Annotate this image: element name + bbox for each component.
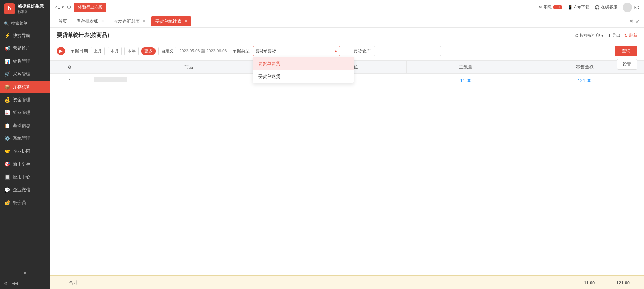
sidebar-item-label-operations: 经营管理: [13, 110, 30, 116]
warehouse-label: 要货仓库: [353, 48, 371, 54]
date-filter-group: 单据日期 上月 本月 本年 更多 自定义 2023-05-06 至 2023-0…: [70, 47, 227, 55]
sidebar-item-guide[interactable]: 🎯新手引导: [0, 158, 50, 171]
date-btn-current[interactable]: 本月: [108, 47, 122, 55]
dropdown-item-order[interactable]: 要货单要货: [253, 57, 354, 70]
top-bar: 41 ▾ ⚙ 体验行业方案 ✉ 消息 99+ 📱 App下载 🎧 在线客服 R: [50, 0, 644, 15]
collapse-icon[interactable]: ◀◀: [12, 281, 18, 286]
sidebar-item-label-system: 系统管理: [13, 135, 30, 141]
sidebar-item-label-marketing: 营销推广: [13, 45, 30, 51]
sidebar-item-finance[interactable]: 💰资金管理: [0, 93, 50, 106]
sidebar-item-wechat[interactable]: 💬企业微信: [0, 183, 50, 196]
sidebar-item-label-guide: 新手引导: [13, 161, 30, 167]
filter-dots[interactable]: ···: [343, 48, 348, 54]
export-icon: ⬇: [607, 33, 611, 38]
user-avatar-btn[interactable]: Rit: [623, 3, 639, 12]
print-btn[interactable]: 🖨 按模板打印 ▾: [574, 32, 603, 38]
export-btn[interactable]: ⬇ 导出: [607, 32, 620, 38]
sidebar-item-inventory[interactable]: 📦库存核算: [0, 81, 50, 93]
date-btn-custom[interactable]: 自定义: [158, 47, 176, 55]
user-name: Rit: [634, 5, 639, 10]
sidebar-item-marketing[interactable]: 📢营销推广: [0, 42, 50, 55]
top-bar-left: 41 ▾ ⚙ 体验行业方案: [55, 3, 106, 12]
row-amount: 121.00: [525, 74, 644, 87]
print-label: 按模板打印: [580, 32, 600, 38]
inventory-icon: 📦: [4, 84, 10, 90]
sidebar-item-label-sales: 销售管理: [13, 58, 30, 64]
online-service-btn[interactable]: 🎧 在线客服: [595, 4, 617, 10]
sidebar-item-app-center[interactable]: 🔲应用中心: [0, 171, 50, 183]
date-btn-up[interactable]: 上月: [91, 47, 105, 55]
sidebar-nav: ⚡快捷导航📢营销推广📊销售管理🛒采购管理📦库存核算💰资金管理📈经营管理📋基础信息…: [0, 29, 50, 270]
store-selector[interactable]: 41 ▾: [55, 5, 64, 10]
tabs-bar: 首页库存批次账✕收发存汇总表✕要货单统计表✕ ✕ ⤢: [50, 15, 644, 28]
warehouse-input[interactable]: [374, 46, 441, 56]
gear-btn[interactable]: ⚙: [67, 4, 71, 10]
tab-home[interactable]: 首页: [54, 16, 71, 26]
tab-order-summary[interactable]: 要货单统计表✕: [151, 16, 191, 26]
table-footer: 合计 11.00 121.00: [50, 275, 644, 289]
tab-label-home: 首页: [58, 18, 67, 24]
sidebar-logo: b 畅捷通好生意 标准版: [0, 0, 50, 18]
type-dropdown: 要货单要货要货单退货: [253, 57, 354, 83]
app-download-btn[interactable]: 📱 App下载: [568, 4, 589, 10]
date-btn-year[interactable]: 本年: [124, 47, 139, 55]
purchase-icon: 🛒: [4, 71, 10, 77]
sidebar-scroll-down[interactable]: ▼: [0, 270, 50, 277]
query-btn[interactable]: 查询: [615, 46, 637, 56]
app-center-icon: 🔲: [4, 174, 10, 180]
tab-close-receive-summary[interactable]: ✕: [143, 19, 146, 23]
messages-badge: 99+: [553, 5, 562, 9]
type-select[interactable]: 要货单要货要货单退货: [253, 46, 340, 56]
refresh-btn[interactable]: ↻ 刷新: [624, 32, 637, 38]
tab-close-batch-account[interactable]: ✕: [101, 19, 104, 23]
tabs-expand-icon[interactable]: ⤢: [636, 18, 640, 24]
sidebar-item-label-basic-info: 基础信息: [13, 123, 30, 129]
dropdown-item-return[interactable]: 要货单退货: [253, 70, 354, 83]
type-filter-group: 单据类型 要货单要货要货单退货 ▲ 要货单要货要货单退货 ···: [232, 46, 348, 56]
trial-btn[interactable]: 体验行业方案: [74, 3, 106, 12]
sidebar-item-enterprise[interactable]: 🤝企业协同: [0, 145, 50, 158]
col-header-settings[interactable]: ⚙: [50, 61, 90, 74]
page-actions: 🖨 按模板打印 ▾ ⬇ 导出 ↻ 刷新: [574, 32, 637, 38]
page-content: 要货单统计表(按商品) 🖨 按模板打印 ▾ ⬇ 导出 ↻ 刷新 ▶: [50, 28, 644, 289]
footer-label: 合计: [69, 280, 78, 285]
phone-icon: 📱: [568, 5, 573, 10]
export-label: 导出: [612, 32, 620, 38]
store-name: 41: [55, 5, 60, 10]
filter-expand-btn[interactable]: ▶: [57, 47, 65, 55]
enterprise-icon: 🤝: [4, 149, 10, 154]
company-sub: 标准版: [18, 9, 44, 14]
avatar: [623, 3, 632, 12]
tab-receive-summary[interactable]: 收发存汇总表✕: [110, 16, 150, 26]
messages-btn[interactable]: ✉ 消息 99+: [539, 4, 562, 10]
search-icon: 🔍: [4, 21, 9, 26]
tab-close-order-summary[interactable]: ✕: [184, 19, 187, 23]
warehouse-filter-group: 要货仓库: [353, 46, 441, 56]
system-icon: ⚙️: [4, 136, 10, 141]
sidebar-item-sales[interactable]: 📊销售管理: [0, 55, 50, 68]
tab-batch-account[interactable]: 库存批次账✕: [72, 16, 108, 26]
sidebar-item-system[interactable]: ⚙️系统管理: [0, 132, 50, 145]
logo-icon: b: [4, 3, 15, 14]
refresh-label: 刷新: [629, 32, 637, 38]
messages-label: 消息: [544, 4, 552, 10]
table-container: ⚙商品主计量单位主数量零售金额 1块11.00121.00: [50, 61, 644, 275]
dropdown-arrow-icon: ▾: [62, 5, 64, 10]
page-header: 要货单统计表(按商品) 🖨 按模板打印 ▾ ⬇ 导出 ↻ 刷新: [50, 28, 644, 42]
sidebar-item-basic-info[interactable]: 📋基础信息: [0, 119, 50, 132]
message-icon: ✉: [539, 5, 542, 10]
sidebar-item-member[interactable]: 👑畅会员: [0, 196, 50, 209]
tabs-close-all-icon[interactable]: ✕: [629, 18, 634, 24]
sidebar-item-operations[interactable]: 📈经营管理: [0, 106, 50, 119]
sidebar-item-quick-nav[interactable]: ⚡快捷导航: [0, 29, 50, 42]
sidebar-item-purchase[interactable]: 🛒采购管理: [0, 68, 50, 81]
settings-btn[interactable]: 设置: [617, 59, 637, 70]
footer-amount: 121.00: [606, 280, 640, 285]
settings-icon[interactable]: ⚙: [4, 281, 8, 286]
sidebar-search[interactable]: 🔍 搜索菜单: [0, 18, 50, 29]
member-icon: 👑: [4, 200, 10, 205]
filter-bar: ▶ 单据日期 上月 本月 本年 更多 自定义 2023-05-06 至 2023…: [50, 42, 644, 61]
date-btn-more[interactable]: 更多: [141, 47, 156, 55]
col-header-quantity: 主数量: [406, 61, 525, 74]
guide-icon: 🎯: [4, 161, 10, 167]
